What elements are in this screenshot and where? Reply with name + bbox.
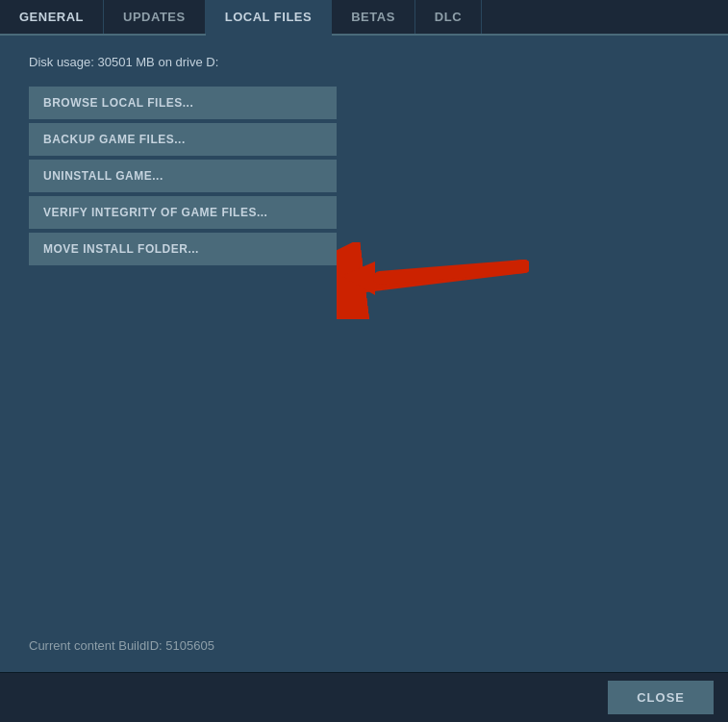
tab-updates[interactable]: UPDATES [104, 0, 206, 34]
build-id-label: Current content BuildID: 5105605 [29, 638, 699, 653]
svg-line-3 [380, 266, 524, 278]
verify-integrity-button[interactable]: VERIFY INTEGRITY OF GAME FILES... [29, 196, 337, 229]
move-install-folder-button[interactable]: MOVE INSTALL FOLDER... [29, 233, 337, 265]
disk-usage-label: Disk usage: 30501 MB on drive D: [29, 55, 699, 69]
red-arrow-icon [337, 242, 529, 319]
bottom-bar: CLOSE [0, 672, 728, 722]
svg-marker-2 [341, 261, 375, 295]
tab-local-files[interactable]: LOCAL FILES [206, 0, 332, 36]
close-button[interactable]: CLOSE [608, 681, 714, 714]
tabs-bar: GENERAL UPDATES LOCAL FILES BETAS DLC [0, 0, 728, 36]
backup-game-files-button[interactable]: BACKUP GAME FILES... [29, 123, 337, 156]
tab-dlc[interactable]: DLC [415, 0, 482, 34]
main-container: GENERAL UPDATES LOCAL FILES BETAS DLC Di… [0, 0, 728, 722]
uninstall-game-button[interactable]: UNINSTALL GAME... [29, 160, 337, 192]
browse-local-files-button[interactable]: BROWSE LOCAL FILES... [29, 87, 337, 119]
content-area: Disk usage: 30501 MB on drive D: BROWSE … [0, 36, 728, 672]
arrow-annotation [337, 242, 529, 319]
action-buttons-section: BROWSE LOCAL FILES... BACKUP GAME FILES.… [29, 87, 337, 265]
tab-general[interactable]: GENERAL [0, 0, 104, 34]
tab-betas[interactable]: BETAS [332, 0, 415, 34]
